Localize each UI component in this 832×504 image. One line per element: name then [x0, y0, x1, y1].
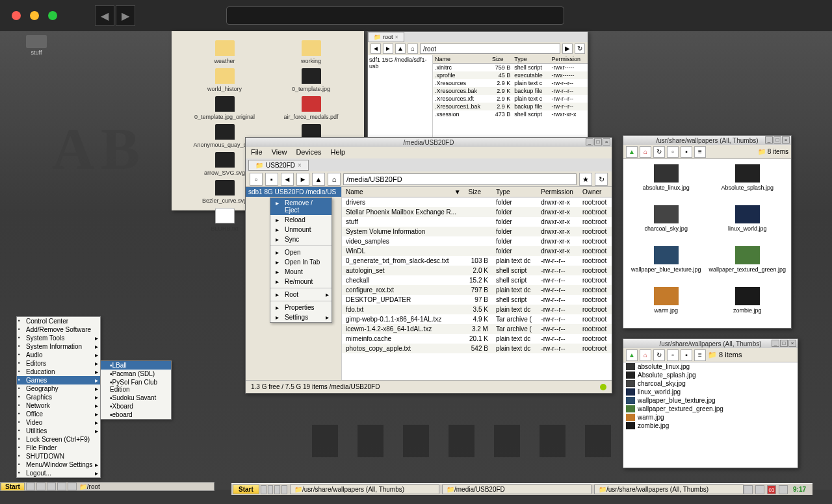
forward-icon[interactable]: ► [296, 173, 309, 186]
menu-item[interactable]: ▪System Tools▸ [17, 334, 100, 342]
table-row[interactable]: .xprofile45 Bexecutable-rwx------ [433, 71, 588, 79]
start-button[interactable]: Start [1, 483, 25, 491]
file-icon-item[interactable]: 0_template.jpg_original [191, 96, 258, 120]
quick-launch-icon[interactable] [268, 485, 274, 494]
column-header[interactable]: Type [492, 187, 537, 197]
menu-item[interactable]: ▸Root▸ [270, 290, 332, 299]
menu-item[interactable]: ▪Graphics▸ [17, 393, 100, 401]
search-input[interactable] [226, 6, 564, 25]
close-icon[interactable]: × [782, 136, 790, 144]
new-icon[interactable]: ▫ [250, 173, 263, 186]
file-icon-item[interactable]: working [278, 40, 344, 64]
table-row[interactable]: driversfolderdrwxr-xr-xroot:root [342, 197, 612, 208]
list-item[interactable]: Absolute_splash.jpg [623, 371, 798, 379]
menu-item[interactable]: ▪Video▸ [17, 418, 100, 427]
menu-item[interactable]: ▪Geography▸ [17, 384, 100, 393]
menu-item[interactable]: ▪Menu/Window Settings▸ [17, 460, 100, 469]
column-header[interactable]: Owner [578, 187, 612, 197]
table-row[interactable]: mimeinfo.cache20.1 Kplain text dc-rw-r--… [342, 334, 612, 344]
list-item[interactable]: wallpaper_textured_green.jpg [623, 405, 798, 413]
menu-item[interactable]: ▪Lock Screen (Ctrl+F9) [17, 435, 100, 444]
minimize-icon[interactable]: _ [586, 138, 593, 145]
back-icon[interactable]: ◄ [281, 173, 294, 186]
desktop[interactable]: AB stuff weatherworkingworld_history0_te… [0, 31, 832, 490]
table-row[interactable]: stufffolderdrwxr-xr-xroot:root [342, 217, 612, 227]
tray-icon[interactable] [755, 485, 764, 494]
menu-item[interactable]: ▪Education▸ [17, 368, 100, 376]
quick-launch-icon[interactable] [261, 485, 266, 494]
up-icon[interactable]: ▲ [395, 44, 406, 54]
thumbnail-item[interactable]: zombie.jpg [708, 287, 786, 323]
table-row[interactable]: .Xresources.bak2.9 Kbackup file-rw-r--r-… [433, 87, 588, 95]
tray-icon[interactable] [57, 483, 66, 490]
file-icon-item[interactable]: air_force_medals.pdf [278, 96, 344, 120]
menu-item[interactable]: ▸Reload [270, 215, 332, 225]
file-icon-item[interactable]: 0_template.jpg [278, 68, 344, 92]
menu-item[interactable]: ▪Sudoku Savant [101, 394, 171, 402]
back-icon[interactable]: ◄ [370, 44, 381, 54]
up-icon[interactable]: ▲ [626, 349, 638, 361]
refresh-icon[interactable]: ↻ [595, 173, 608, 186]
menu-item[interactable]: ▪Xboard [101, 402, 171, 410]
menu-item[interactable]: ▪System Information▸ [17, 342, 100, 351]
up-icon[interactable]: ▲ [312, 173, 325, 186]
menu-item[interactable]: View [272, 148, 287, 157]
tray-icon[interactable] [744, 485, 753, 494]
device-item[interactable]: sdf1 15G /media/sdf1-usb [369, 57, 431, 69]
close-icon[interactable]: × [603, 138, 610, 145]
tray-icon[interactable] [26, 483, 35, 490]
menu-item[interactable]: ▪Add/Remove Software [17, 325, 100, 334]
close-icon[interactable]: × [298, 162, 302, 169]
start-button[interactable]: Start [233, 485, 259, 494]
menu-item[interactable]: ▪PySol Fan Club Edition [101, 378, 171, 394]
minimize-icon[interactable]: _ [765, 136, 773, 144]
tray-icon[interactable] [779, 485, 788, 494]
view-icon[interactable]: ▫ [667, 146, 679, 158]
menu-item[interactable]: ▸Unmount [270, 225, 332, 234]
table-row[interactable]: icewm-1.4.2-x86_64-1dAL.txz3.2 MTar arch… [342, 324, 612, 334]
table-row[interactable]: WinDLfolderdrwxr-xr-xroot:root [342, 246, 612, 256]
thumbnail-item[interactable]: warm.jpg [629, 287, 703, 323]
table-row[interactable]: 0_generate_txt_from_slack-desc.txt103 Bp… [342, 256, 612, 266]
minimize-icon[interactable]: _ [772, 340, 779, 347]
home-icon[interactable]: ⌂ [408, 44, 418, 54]
menu-item[interactable]: ▪Logout...▸ [17, 469, 100, 477]
taskbar-task[interactable]: 📁/media/USB20FD [442, 485, 592, 494]
tab-usb[interactable]: 📁 USB20FD × [248, 160, 309, 171]
file-icon-item[interactable]: world_history [191, 68, 258, 92]
path-input[interactable] [343, 173, 577, 185]
forward-icon[interactable]: ► [383, 44, 393, 54]
folder-icon[interactable]: ▪ [265, 173, 278, 186]
menu-item[interactable]: File [251, 148, 263, 157]
menu-item[interactable]: ▪File Finder [17, 444, 100, 452]
home-icon[interactable]: ⌂ [328, 173, 341, 186]
desktop-icon-stuff[interactable]: stuff [26, 35, 47, 56]
forward-button[interactable]: ▶ [116, 5, 135, 26]
refresh-icon[interactable]: ↻ [653, 146, 665, 158]
tray-icon[interactable] [36, 483, 46, 490]
view-icon[interactable]: ▪ [681, 146, 692, 158]
menu-item[interactable]: ▪Utilities▸ [17, 427, 100, 435]
home-icon[interactable]: ⌂ [640, 349, 651, 361]
column-header[interactable]: Size [465, 187, 492, 197]
column-header[interactable]: Permission [537, 187, 578, 197]
thumbnail-item[interactable]: linux_world.jpg [708, 205, 786, 241]
menu-item[interactable]: ▪Games▸ [17, 376, 100, 384]
menu-item[interactable]: ▸Re/mount [270, 277, 332, 286]
menu-item[interactable]: ▸Properties [270, 303, 332, 312]
table-row[interactable]: DESKTOP_UPDATER97 Bshell script-rw-r--r-… [342, 295, 612, 305]
column-header[interactable]: Name ▼ [342, 187, 465, 197]
table-row[interactable]: configure_rox.txt797 Bplain text dc-rw-r… [342, 285, 612, 295]
table-row[interactable]: photos_copy_apple.txt542 Bplain text dc-… [342, 344, 612, 353]
menu-item[interactable]: ▪LBall [101, 361, 171, 370]
go-icon[interactable]: ▶ [562, 44, 573, 54]
table-row[interactable]: autologin_set2.0 Kshell script-rw-r--r--… [342, 266, 612, 275]
thumbnail-item[interactable]: wallpaper_textured_green.jpg [708, 246, 786, 282]
device-selected[interactable]: sdb1 8G USB20FD /media/US [246, 187, 341, 197]
quick-launch-icon[interactable] [274, 485, 280, 494]
menu-item[interactable]: ▸Sync [270, 234, 332, 244]
refresh-icon[interactable]: ↻ [575, 44, 585, 54]
menu-item[interactable]: ▪Audio▸ [17, 351, 100, 359]
table-row[interactable]: fdo.txt3.5 Kplain text dc-rw-r--r--root:… [342, 305, 612, 314]
close-icon[interactable]: × [788, 340, 796, 347]
